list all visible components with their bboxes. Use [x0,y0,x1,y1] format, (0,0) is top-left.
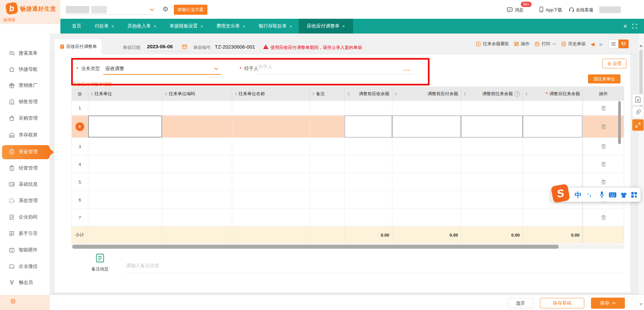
balance-refresh-button[interactable]: 往来余额重取 [476,41,509,47]
close-icon[interactable]: × [289,24,292,29]
expand-tool-button[interactable] [632,119,644,131]
column-header-partner-name[interactable]: 往来单位名称 [232,87,310,101]
table-scroll-area[interactable]: ⚙ 往来单位 往来单位编码 往来单位名称 备注 调整前应收余额 调整前应付余额 … [72,87,583,243]
cell[interactable] [162,209,232,227]
sidebar-item-operations[interactable]: 经营管理 [0,162,50,175]
save-draft-button[interactable]: 保存草稿 [540,298,584,308]
chevron-down-icon[interactable] [552,43,556,45]
cell[interactable] [232,156,310,173]
tab-payment[interactable]: 付款单× [88,19,121,34]
sidebar-item-system[interactable]: 系统管理 [0,194,50,207]
cell[interactable] [345,191,392,209]
cell[interactable] [392,138,461,156]
cell[interactable] [392,116,461,138]
cell[interactable] [88,173,163,191]
calendar-icon[interactable] [182,44,187,49]
sort-icon[interactable] [464,92,466,96]
cell[interactable] [232,173,310,191]
cell[interactable] [461,116,523,138]
table-vertical-scrollbar[interactable] [618,101,621,144]
trash-icon[interactable] [601,162,606,167]
settings-button[interactable]: ⚙ 设置 [602,59,627,68]
add-row-button[interactable]: + [76,122,84,131]
gear-icon[interactable]: ⚙ [162,6,168,12]
cell[interactable] [523,101,583,116]
tab-bank[interactable]: 银行存取款单× [252,19,299,34]
biz-type-value[interactable]: 应收调整 [105,66,124,72]
sidebar-item-marketing[interactable]: 营销推广 [0,79,50,92]
sort-icon[interactable] [526,92,528,96]
sidebar-item-sales[interactable]: 销售管理 [0,95,50,109]
cell[interactable] [162,173,232,191]
cancel-button[interactable]: 放弃 [508,298,533,308]
tab-home[interactable]: 首页 [65,19,88,34]
cell[interactable] [523,209,583,227]
cell[interactable] [162,156,232,173]
cell[interactable] [88,156,163,173]
trial-industry-button[interactable]: 体验行业方案 [174,5,207,15]
attachment-tool-button[interactable] [632,107,644,118]
sort-icon[interactable] [235,92,237,96]
trash-icon[interactable] [601,144,606,149]
redacted-company-selector[interactable] [66,6,89,13]
message-icon[interactable] [507,7,513,13]
history-button[interactable]: 历史单据 [561,41,586,47]
sort-icon[interactable] [312,92,314,96]
cell[interactable] [88,101,163,116]
cell[interactable] [461,173,523,191]
cell[interactable] [392,101,461,116]
handler-input[interactable] [258,64,399,69]
cell[interactable] [461,101,523,116]
column-header-partner-code[interactable]: 往来单位编码 [162,87,232,101]
help-icon[interactable]: ? [514,91,520,97]
sort-icon[interactable] [348,92,350,96]
horizontal-scrollbar[interactable] [72,245,559,249]
table-row[interactable]: 5 [72,173,583,191]
operations-button[interactable]: 操作 [514,41,530,47]
date-value[interactable]: 2023-06-06 [147,44,173,49]
sidebar-item-purchase[interactable]: 采购管理 [0,112,50,125]
cell[interactable] [162,101,232,116]
messages-label[interactable]: 消息 [515,7,524,13]
cell[interactable] [345,209,392,227]
skin-shirt-icon[interactable] [620,192,627,198]
chevron-down-icon[interactable] [150,8,154,11]
cell[interactable] [523,138,583,156]
cell[interactable] [345,101,392,116]
column-header-ap-before[interactable]: 调整前应付余额 [392,87,461,101]
keyboard-icon[interactable] [609,192,616,197]
gear-icon[interactable]: ⚙ [10,298,16,305]
cell[interactable] [461,156,523,173]
cell[interactable] [310,138,345,156]
table-row-active[interactable]: + [72,116,583,138]
cell[interactable] [232,209,310,227]
cell[interactable] [392,209,461,227]
cell[interactable] [461,138,523,156]
sidebar-item-member[interactable]: 畅会员 [0,276,50,289]
focused-cell[interactable] [88,116,163,138]
column-header-ar-before[interactable]: 调整前应收余额 [345,87,393,101]
delete-row-button[interactable] [583,156,624,173]
sidebar-item-quick-nav[interactable]: 快捷导航 [0,63,50,76]
ime-lang-toggle[interactable]: 中 [575,190,582,200]
redacted-company-selector-2[interactable] [91,6,107,13]
redacted-username[interactable] [599,6,621,13]
close-icon[interactable]: × [200,24,203,29]
trash-icon[interactable] [601,179,606,185]
sort-icon[interactable] [165,92,167,96]
phone-icon[interactable] [538,6,544,12]
cell[interactable] [461,191,523,209]
app-download-label[interactable]: App下载 [546,7,562,13]
sort-icon[interactable] [91,92,93,96]
close-all-icon[interactable]: × [621,21,630,31]
chevron-down-icon[interactable] [214,67,218,70]
sidebar-item-base-info[interactable]: 基础信息 [0,178,50,191]
sidebar-item-search-menu[interactable]: 搜索菜单 [0,47,50,60]
tab-adjustment-active[interactable]: 应收应付调整单× [299,19,353,34]
cell[interactable] [232,138,310,156]
cell[interactable] [88,191,163,209]
cell[interactable] [232,191,310,209]
cell[interactable] [162,138,232,156]
sidebar-item-smart-hardware[interactable]: 智能硬件 [0,243,50,257]
save-button[interactable]: 保存 [591,298,625,309]
